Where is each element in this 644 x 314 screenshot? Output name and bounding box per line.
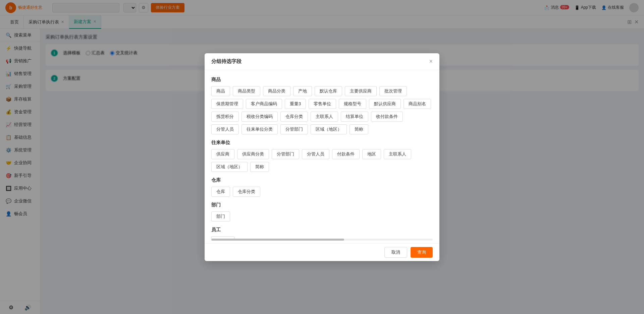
field-tag[interactable]: 分管部门: [272, 149, 299, 159]
field-tag[interactable]: 主联系人: [384, 149, 411, 159]
field-tag[interactable]: 批次管理: [379, 86, 407, 96]
field-tag[interactable]: 部门: [211, 211, 230, 222]
field-tag[interactable]: 税收分类编码: [241, 112, 278, 122]
field-tag[interactable]: 区域（地区）: [311, 124, 347, 134]
modal-footer: 取消 查询: [205, 243, 439, 261]
field-tag[interactable]: 客户商品编码: [246, 99, 282, 109]
field-tag[interactable]: 拣货积分: [211, 112, 239, 122]
field-tag[interactable]: 商品别名: [404, 99, 431, 109]
modal-scrollbar-thumb: [211, 239, 344, 241]
field-tag[interactable]: 业务员: [211, 236, 234, 239]
field-tag[interactable]: 分管人员: [302, 149, 329, 159]
field-tag[interactable]: 产地: [293, 86, 312, 96]
field-tag[interactable]: 收付款条件: [371, 112, 403, 122]
modal-close-button[interactable]: ×: [429, 58, 433, 65]
field-tag[interactable]: 供应商: [211, 149, 234, 159]
field-tag[interactable]: 地区: [362, 149, 381, 159]
section-title-counterparty: 往来单位: [211, 140, 433, 146]
section-title-employee: 员工: [211, 227, 433, 233]
field-tag[interactable]: 主联系人: [311, 112, 338, 122]
modal-body: 商品 商品 商品类型 商品分类 产地 默认仓库 主要供应商 批次管理 保质期管理…: [205, 70, 439, 239]
field-tag[interactable]: 付款条件: [332, 149, 360, 159]
field-tag[interactable]: 仓库分类: [280, 112, 308, 122]
field-tag[interactable]: 往来单位分类: [241, 124, 278, 134]
field-grid-product: 商品 商品类型 商品分类 产地 默认仓库 主要供应商 批次管理 保质期管理 客户…: [211, 86, 433, 134]
section-title-dept: 部门: [211, 202, 433, 208]
field-tag[interactable]: 零售单位: [309, 99, 336, 109]
field-tag[interactable]: 规格型号: [339, 99, 366, 109]
section-title-product: 商品: [211, 77, 433, 83]
field-tag[interactable]: 供应商分类: [237, 149, 269, 159]
modal-confirm-button[interactable]: 查询: [411, 247, 433, 258]
modal-horizontal-scrollbar[interactable]: [211, 239, 433, 241]
field-tag[interactable]: 重量3: [285, 99, 306, 109]
field-grid-dept: 部门: [211, 211, 433, 222]
modal-title: 分组待选字段: [211, 58, 241, 65]
field-tag[interactable]: 默认供应商: [369, 99, 401, 109]
modal-header: 分组待选字段 ×: [205, 53, 439, 70]
field-tag[interactable]: 结算单位: [341, 112, 368, 122]
modal-overlay: 分组待选字段 × 商品 商品 商品类型 商品分类 产地 默认仓库 主要供应商 批…: [0, 0, 644, 314]
field-grid-employee: 业务员: [211, 236, 433, 239]
field-tag[interactable]: 仓库: [211, 187, 230, 197]
field-tag[interactable]: 简称: [350, 124, 368, 134]
field-tag[interactable]: 默认仓库: [315, 86, 342, 96]
field-tag[interactable]: 分管人员: [211, 124, 239, 134]
modal-cancel-button[interactable]: 取消: [384, 247, 407, 258]
field-select-modal: 分组待选字段 × 商品 商品 商品类型 商品分类 产地 默认仓库 主要供应商 批…: [205, 53, 439, 261]
field-grid-counterparty: 供应商 供应商分类 分管部门 分管人员 付款条件 地区 主联系人 区域（地区） …: [211, 149, 433, 172]
field-tag[interactable]: 保质期管理: [211, 99, 243, 109]
field-tag[interactable]: 仓库分类: [233, 187, 260, 197]
field-tag[interactable]: 商品: [211, 86, 230, 96]
section-title-warehouse: 仓库: [211, 177, 433, 183]
field-grid-warehouse: 仓库 仓库分类: [211, 187, 433, 197]
field-tag[interactable]: 商品类型: [233, 86, 260, 96]
field-tag[interactable]: 区域（地区）: [211, 162, 248, 172]
field-tag[interactable]: 主要供应商: [345, 86, 377, 96]
field-tag[interactable]: 简称: [250, 162, 269, 172]
field-tag[interactable]: 商品分类: [263, 86, 290, 96]
field-tag[interactable]: 分管部门: [280, 124, 308, 134]
